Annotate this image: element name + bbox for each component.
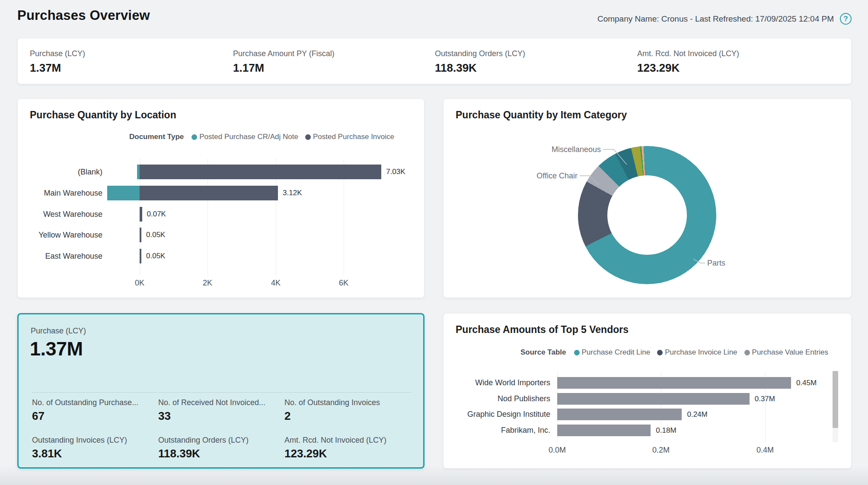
legend-dot-icon xyxy=(574,350,580,355)
vendor-bar-row: Wide World Importers0.45M xyxy=(444,377,851,389)
vendor-amount-bar[interactable] xyxy=(557,377,791,389)
summary-title-value: 1.37M xyxy=(30,338,83,360)
top-vendors-chart-card: Purchase Amounts of Top 5 Vendors Source… xyxy=(443,313,852,469)
legend-label: Posted Purchase CR/Adj Note xyxy=(199,133,298,141)
legend-label: Purchase Credit Line xyxy=(582,348,651,357)
kpi-value: 118.39K xyxy=(435,61,525,75)
stat-value: 67 xyxy=(32,409,153,423)
kpi-strip-card: Purchase (LCY) 1.37M Purchase Amount PY … xyxy=(17,38,852,84)
stat-outstanding-purchase-count: No. of Outstanding Purchase... 67 xyxy=(32,398,153,423)
category-label: Yellow Warehouse xyxy=(18,228,102,242)
kpi-label: Purchase (LCY) xyxy=(30,49,85,58)
callout-label-parts: Parts xyxy=(707,259,725,268)
vendor-bars-plot: Wide World Importers0.45MNod Publishers0… xyxy=(444,377,851,437)
x-axis-tick: 2K xyxy=(192,279,223,288)
x-axis-tick: 6K xyxy=(329,279,359,288)
category-label: Main Warehouse xyxy=(18,186,102,200)
invoice-bar-segment[interactable] xyxy=(140,165,381,179)
legend-title: Document Type xyxy=(129,133,184,141)
donut-chart[interactable] xyxy=(578,146,716,284)
kpi-value: 1.17M xyxy=(233,61,335,75)
kpi-label: Purchase Amount PY (Fiscal) xyxy=(233,49,335,58)
chart-title: Purchase Quantity by Item Category xyxy=(456,109,627,121)
invoice-bar-segment[interactable] xyxy=(140,207,142,222)
kpi-purchase-amount-py[interactable]: Purchase Amount PY (Fiscal) 1.17M xyxy=(233,49,335,75)
location-bar-row: (Blank)7.03K xyxy=(18,165,424,179)
invoice-bar-segment[interactable] xyxy=(140,186,278,200)
legend-item-invoice-line[interactable]: Purchase Invoice Line xyxy=(657,348,737,357)
bar-value-label: 0.05K xyxy=(146,228,165,242)
page-title: Purchases Overview xyxy=(17,8,150,23)
donut-hole xyxy=(607,175,687,255)
x-axis-tick: 0.0M xyxy=(542,446,572,455)
vendors-legend: Source Table Purchase Credit Line Purcha… xyxy=(520,348,828,357)
vendor-amount-bar[interactable] xyxy=(557,393,750,405)
kpi-value: 1.37M xyxy=(30,61,85,75)
stat-label: No. of Received Not Invoiced... xyxy=(158,398,279,407)
category-label: Nod Publishers xyxy=(456,393,550,405)
help-icon[interactable]: ? xyxy=(840,13,852,25)
location-bars-plot: (Blank)7.03KMain Warehouse3.12KWest Ware… xyxy=(18,165,424,268)
kpi-value: 123.29K xyxy=(637,61,739,75)
stat-value: 33 xyxy=(158,409,279,423)
stat-label: Outstanding Invoices (LCY) xyxy=(32,436,153,445)
scrollbar-thumb[interactable] xyxy=(833,371,838,428)
stat-value: 3.81K xyxy=(32,447,153,460)
legend-item-invoice[interactable]: Posted Purchase Invoice xyxy=(305,133,394,141)
location-bar-row: East Warehouse0.05K xyxy=(18,249,424,263)
callout-label-office-chair: Office Chair xyxy=(508,171,578,181)
bar-value-label: 0.37M xyxy=(755,393,775,405)
company-refresh-info: Company Name: Cronus - Last Refreshed: 1… xyxy=(597,14,834,24)
kpi-label: Outstanding Orders (LCY) xyxy=(435,49,525,58)
category-label: Wide World Importers xyxy=(456,377,550,389)
vendor-bar-row: Nod Publishers0.37M xyxy=(444,393,851,405)
location-legend: Document Type Posted Purchase CR/Adj Not… xyxy=(129,133,394,141)
x-axis-tick: 4K xyxy=(261,279,291,288)
category-label: Graphic Design Institute xyxy=(456,409,550,420)
legend-label: Posted Purchase Invoice xyxy=(313,133,394,141)
legend-label: Purchase Invoice Line xyxy=(665,348,737,357)
x-axis-tick: 0.4M xyxy=(750,446,780,455)
bar-value-label: 0.18M xyxy=(656,425,676,436)
vendor-amount-bar[interactable] xyxy=(557,409,682,420)
bar-value-label: 0.24M xyxy=(687,409,707,420)
stat-label: No. of Outstanding Invoices xyxy=(284,398,405,407)
stat-value: 118.39K xyxy=(158,447,279,460)
bar-value-label: 0.45M xyxy=(796,377,817,389)
bar-value-label: 3.12K xyxy=(283,186,302,200)
location-bar-row: Yellow Warehouse0.05K xyxy=(18,228,424,242)
stat-outstanding-orders-lcy: Outstanding Orders (LCY) 118.39K xyxy=(158,436,279,460)
divider xyxy=(284,392,411,393)
divider xyxy=(32,392,157,393)
bar-value-label: 0.05K xyxy=(146,249,165,263)
location-bar-row: West Warehouse0.07K xyxy=(18,207,424,222)
legend-item-credit-line[interactable]: Purchase Credit Line xyxy=(574,348,651,357)
kpi-purchase-lcy[interactable]: Purchase (LCY) 1.37M xyxy=(30,49,85,75)
category-label: Fabrikam, Inc. xyxy=(456,425,550,436)
legend-item-cr-adj-note[interactable]: Posted Purchase CR/Adj Note xyxy=(191,133,298,141)
invoice-bar-segment[interactable] xyxy=(140,228,141,242)
invoice-bar-segment[interactable] xyxy=(140,249,141,263)
legend-dot-icon xyxy=(305,134,311,140)
stat-outstanding-invoices-lcy: Outstanding Invoices (LCY) 3.81K xyxy=(32,436,153,460)
category-label: (Blank) xyxy=(18,165,102,179)
bar-value-label: 0.07K xyxy=(147,207,166,222)
vendor-amount-bar[interactable] xyxy=(557,425,651,436)
vendor-bar-row: Fabrikam, Inc.0.18M xyxy=(444,425,851,436)
vendors-scrollbar[interactable] xyxy=(833,371,838,442)
cr-adj-note-bar-segment[interactable] xyxy=(107,186,140,200)
stat-label: Outstanding Orders (LCY) xyxy=(158,436,279,445)
x-axis-tick: 0K xyxy=(124,279,155,288)
legend-dot-icon xyxy=(657,350,663,355)
kpi-amt-rcd-not-invoiced[interactable]: Amt. Rcd. Not Invoiced (LCY) 123.29K xyxy=(637,49,739,75)
category-label: East Warehouse xyxy=(18,249,102,263)
stat-amt-rcd-not-invoiced-lcy: Amt. Rcd. Not Invoiced (LCY) 123.29K xyxy=(284,436,405,460)
stat-outstanding-invoices-count: No. of Outstanding Invoices 2 xyxy=(284,398,405,423)
purchase-lcy-summary-card[interactable]: Purchase (LCY) 1.37M No. of Outstanding … xyxy=(17,313,424,469)
legend-item-value-entries[interactable]: Purchase Value Entries xyxy=(744,348,828,357)
header-meta-group: Company Name: Cronus - Last Refreshed: 1… xyxy=(597,13,852,25)
kpi-outstanding-orders[interactable]: Outstanding Orders (LCY) 118.39K xyxy=(435,49,525,75)
legend-dot-icon xyxy=(191,134,197,140)
legend-dot-icon xyxy=(744,350,750,355)
stat-value: 2 xyxy=(284,409,405,423)
